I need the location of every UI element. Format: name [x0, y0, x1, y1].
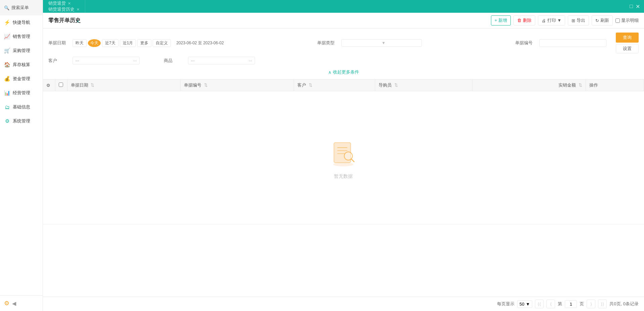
print-button[interactable]: 🖨 🖨 打印 打印 ▼: [538, 15, 565, 25]
sidebar-item-quick-nav[interactable]: ⚡快捷导航: [0, 15, 43, 30]
no-sort-icon: ⇅: [204, 83, 208, 88]
sidebar-label-sys-mgmt: 系统管理: [13, 118, 30, 124]
tab-sales-return-history[interactable]: 销货退货历史✕: [43, 6, 85, 12]
sidebar-item-purchase-mgmt[interactable]: 🛒采购管理: [0, 44, 43, 58]
goods-input[interactable]: [191, 58, 249, 63]
per-page-label: 每页显示: [497, 301, 514, 307]
collapse-bar[interactable]: ∧ 收起更多条件: [48, 68, 639, 76]
date-filter-buttons: 昨天今天近7天近1月更多自定义: [72, 39, 171, 47]
table-area: ⚙ 单据日期 ⇅ 单据编号 ⇅ 客户 ⇅ 导购员 ⇅ 实销金额 ⇅ 操作: [43, 80, 644, 297]
query-button[interactable]: 查询: [616, 33, 639, 43]
th-settings[interactable]: ⚙: [43, 80, 55, 91]
customer-input-wrap[interactable]: ···: [72, 57, 140, 64]
goods-label: 商品: [164, 58, 183, 64]
date-sort-icon: ⇅: [91, 83, 94, 88]
page-input[interactable]: [565, 300, 577, 308]
sidebar-item-base-info[interactable]: 🗂基础信息: [0, 100, 43, 114]
page-size-select[interactable]: 50 ▼: [517, 300, 532, 308]
tab-bar: 首页销售订单✕销货退货✕销货退货历史✕零售开单✕零售开单历史✕ □ ✕: [43, 0, 644, 13]
pagination: 每页显示 50 ▼ ⟨⟨ ⟨ 第 页 ⟩ ⟩⟩ 共0页, 0条记录: [43, 297, 644, 311]
sidebar-label-base-info: 基础信息: [13, 104, 30, 110]
collapse-label: 收起更多条件: [333, 69, 359, 75]
prev-page-btn[interactable]: ⟨: [546, 300, 555, 308]
sidebar-icon-finance: 💰: [4, 76, 10, 82]
th-salesperson[interactable]: 导购员 ⇅: [375, 80, 473, 91]
th-amount[interactable]: 实销金额 ⇅: [472, 80, 586, 91]
sidebar-search[interactable]: 🔍 搜索采单: [0, 0, 43, 15]
th-checkbox[interactable]: [55, 80, 67, 91]
customer-label: 客户: [48, 58, 67, 64]
doc-no-input-wrap[interactable]: [539, 39, 606, 47]
window-close-icon[interactable]: ✕: [636, 3, 640, 10]
customer-more-icon: ···: [133, 58, 137, 63]
settings-button[interactable]: 设置: [616, 44, 639, 53]
tab-label-sales-return: 销货退货: [48, 0, 66, 6]
collapse-sidebar-btn[interactable]: ◀: [12, 300, 16, 307]
amount-sort-icon: ⇅: [579, 83, 582, 88]
total-info: 共0页, 0条记录: [609, 301, 639, 307]
doc-no-label: 单据编号: [515, 40, 534, 46]
date-btn-自定义[interactable]: 自定义: [153, 39, 171, 47]
th-date[interactable]: 单据日期 ⇅: [67, 80, 181, 91]
window-restore-icon[interactable]: □: [630, 3, 633, 9]
tab-close-sales-return[interactable]: ✕: [68, 1, 71, 6]
customer-sort-icon: ⇅: [309, 83, 312, 88]
date-btn-更多[interactable]: 更多: [137, 39, 151, 47]
doc-no-input[interactable]: [542, 41, 603, 46]
date-btn-近7天[interactable]: 近7天: [102, 39, 118, 47]
date-btn-昨天[interactable]: 昨天: [72, 39, 87, 47]
svg-point-0: [333, 162, 353, 166]
tab-close-retail-history[interactable]: ✕: [77, 19, 80, 24]
th-no[interactable]: 单据编号 ⇅: [181, 80, 294, 91]
sidebar-bottom: ⚙ ◀: [0, 295, 43, 311]
refresh-button[interactable]: ↻ 刷新: [592, 15, 613, 25]
date-btn-近1月[interactable]: 近1月: [120, 39, 136, 47]
customer-input[interactable]: [76, 58, 133, 63]
add-button[interactable]: + 新增: [491, 15, 511, 25]
goods-input-wrap[interactable]: ···: [188, 57, 255, 64]
first-page-btn[interactable]: ⟨⟨: [535, 300, 544, 308]
next-page-btn[interactable]: ⟩: [587, 300, 595, 308]
settings-bottom-icon[interactable]: ⚙: [4, 300, 9, 307]
goods-more-icon: ···: [249, 58, 252, 63]
sidebar-item-sales-mgmt[interactable]: 📈销售管理: [0, 30, 43, 44]
sidebar-item-sys-mgmt[interactable]: ⚙系统管理: [0, 114, 43, 128]
doc-type-select[interactable]: ▼: [341, 39, 422, 47]
filter-area: 单据日期 昨天今天近7天近1月更多自定义 2023-06-02 至 2023-0…: [43, 29, 644, 80]
display-detail-checkbox[interactable]: 显示明细: [615, 17, 639, 23]
tab-bar-right: □ ✕: [626, 3, 644, 10]
empty-illustration: [327, 136, 360, 169]
sidebar-item-operations[interactable]: 📊经营管理: [0, 86, 43, 100]
sidebar: 🔍 搜索采单 ⚡快捷导航📈销售管理🛒采购管理🏠库存核算💰资金管理📊经营管理🗂基础…: [0, 0, 43, 311]
tab-sales-return[interactable]: 销货退货✕: [43, 0, 85, 6]
doc-type-arrow: ▼: [382, 41, 419, 45]
tab-close-sales-return-history[interactable]: ✕: [77, 7, 80, 12]
last-page-btn[interactable]: ⟩⟩: [598, 300, 607, 308]
sidebar-label-finance: 资金管理: [13, 76, 30, 82]
sidebar-label-inventory: 库存核算: [13, 62, 30, 68]
display-detail-input[interactable]: [615, 18, 620, 23]
export-button[interactable]: ⊞ 导出: [568, 15, 589, 25]
date-btn-今天[interactable]: 今天: [88, 39, 101, 47]
sidebar-icon-quick-nav: ⚡: [4, 19, 10, 25]
delete-button[interactable]: 🗑 删除: [513, 15, 535, 25]
collapse-icon: ∧: [328, 70, 332, 75]
sidebar-item-finance[interactable]: 💰资金管理: [0, 72, 43, 86]
select-all-checkbox[interactable]: [59, 83, 63, 87]
th-customer[interactable]: 客户 ⇅: [294, 80, 375, 91]
sidebar-icon-purchase-mgmt: 🛒: [4, 48, 10, 54]
print-icon: 🖨: [542, 18, 546, 23]
empty-text: 暂无数据: [334, 173, 353, 179]
sidebar-label-operations: 经营管理: [13, 90, 30, 96]
sidebar-label-sales-mgmt: 销售管理: [13, 34, 30, 40]
export-icon: ⊞: [572, 18, 575, 23]
sidebar-item-inventory[interactable]: 🏠库存核算: [0, 58, 43, 72]
page-title: 零售开单历史: [48, 17, 488, 24]
doc-type-label: 单据类型: [317, 40, 336, 46]
date-range-display: 2023-06-02 至 2023-06-02: [176, 40, 224, 46]
page-suffix: 页: [580, 301, 584, 307]
tab-close-retail-open[interactable]: ✕: [68, 13, 71, 18]
main-content: 首页销售订单✕销货退货✕销货退货历史✕零售开单✕零售开单历史✕ □ ✕ 零售开单…: [43, 0, 644, 311]
refresh-icon: ↻: [595, 18, 599, 23]
sidebar-icon-sales-mgmt: 📈: [4, 34, 10, 40]
